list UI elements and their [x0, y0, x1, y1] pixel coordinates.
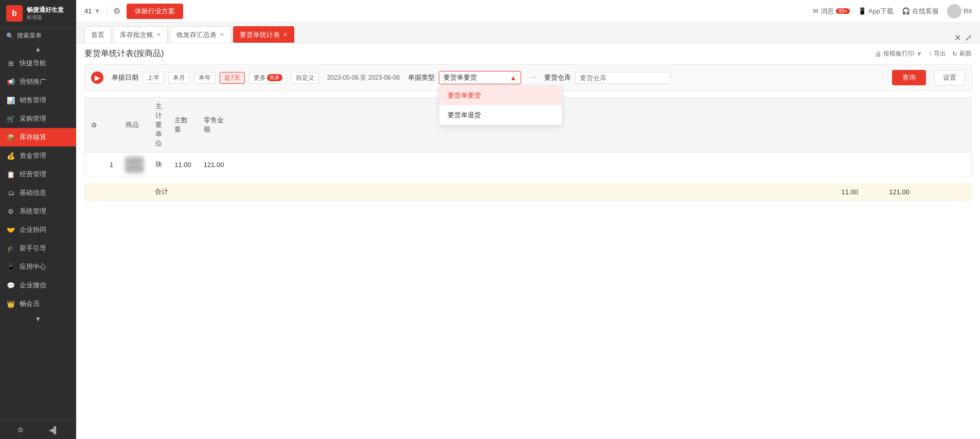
sidebar-item-xiaoshou[interactable]: 📊 销售管理: [0, 91, 76, 109]
tab-yaohuo[interactable]: 要货单统计表 ✕: [233, 26, 294, 43]
date-btn-jin7[interactable]: 近7天: [220, 72, 245, 84]
filter-expand-button[interactable]: ▶: [91, 71, 103, 84]
row-num: 1: [103, 153, 119, 177]
date-btn-gengduo[interactable]: 更多 热多: [249, 72, 287, 84]
table-row: 1 ████ ████ 块 11.00 121.00: [85, 153, 972, 177]
main-area: 41 ▼ ⚙ 体验行业方案 ✉ 消息 99+ 📱 App下载 🎧 在线客服 Ri…: [76, 0, 980, 439]
date-btn-benyue[interactable]: 本月: [168, 72, 190, 84]
settings-button[interactable]: 设置: [934, 70, 965, 85]
messages-button[interactable]: ✉ 消息 99+: [813, 7, 850, 16]
sidebar-item-caigou[interactable]: 🛒 采购管理: [0, 109, 76, 128]
page-actions: 🖨 按模板打印 ▼ ↑ 导出 ↻ 刷新: [875, 49, 972, 58]
mobile-icon: 📱: [858, 7, 866, 15]
dropdown-item-yaohuo[interactable]: 要货单要货: [439, 86, 562, 105]
jichu-icon: 🗂: [6, 188, 15, 197]
print-chevron-icon: ▼: [916, 50, 922, 58]
warehouse-input[interactable]: [575, 72, 671, 84]
sidebar-settings-icon[interactable]: ⚙: [17, 426, 24, 434]
message-badge: 99+: [836, 8, 850, 14]
doctype-input-wrapper: 要货单要货 ▲ 要货单要货 要货单退货: [439, 71, 521, 84]
page-content: 要货单统计表(按商品) 🖨 按模板打印 ▼ ↑ 导出 ↻ 刷新 ▶: [76, 43, 980, 439]
print-icon: 🖨: [875, 50, 881, 58]
sidebar-item-yingyong[interactable]: 📱 应用中心: [0, 258, 76, 276]
dropdown-item-tuihuo[interactable]: 要货单退货: [439, 105, 562, 125]
sidebar-item-xinshou[interactable]: 🎓 新手引导: [0, 239, 76, 258]
sidebar-bottom: ⚙ ◀▌: [0, 420, 76, 439]
topbar-divider: [106, 6, 107, 16]
company-chevron-icon: ▼: [94, 7, 100, 15]
tab-close-shoufahu[interactable]: ✕: [220, 31, 224, 38]
date-label: 单据日期: [112, 73, 138, 82]
logo-text: 畅捷通好生意 标准版: [27, 6, 64, 22]
tab-kucun-pi[interactable]: 库存批次账 ✕: [113, 26, 168, 43]
doctype-dropdown: 要货单要货 要货单退货: [439, 85, 562, 125]
yingyong-icon: 📱: [6, 262, 15, 271]
promo-button[interactable]: 体验行业方案: [127, 4, 183, 19]
sidebar-item-huiyuan[interactable]: 👑 畅会员: [0, 295, 76, 313]
tab-home[interactable]: 首页: [84, 26, 111, 43]
sidebar-search[interactable]: 🔍 搜索菜单: [0, 27, 76, 44]
tabbar: 首页 库存批次账 ✕ 收发存汇总表 ✕ 要货单统计表 ✕ ✕ ⤢: [76, 23, 980, 43]
filter-bar: ▶ 单据日期 上半 本月 本年 近7天 更多 热多 自定义 2023-05-06…: [84, 64, 972, 91]
sidebar-item-jingying[interactable]: 📋 经营管理: [0, 165, 76, 184]
sidebar-scroll-up[interactable]: ▲: [0, 44, 76, 54]
sidebar-item-zijin[interactable]: 💰 资金管理: [0, 147, 76, 165]
footer-label: 合计: [149, 187, 252, 196]
footer-quantity: 11.00: [811, 188, 862, 196]
date-range-display: 2023-05-06 至 2023-06-06: [327, 74, 400, 82]
sidebar-scroll-down[interactable]: ▼: [0, 314, 76, 324]
xiaoshou-icon: 📊: [6, 96, 15, 105]
qiye-icon: 🤝: [6, 225, 15, 234]
sidebar-item-xitong[interactable]: ⚙ 系统管理: [0, 202, 76, 221]
row-unit: 块: [149, 153, 168, 177]
tab-close-all[interactable]: ✕: [954, 33, 961, 43]
xinshou-icon: 🎓: [6, 244, 15, 253]
date-btn-shangban[interactable]: 上半: [142, 72, 164, 84]
sidebar-item-kuaijie[interactable]: ⊞ 快捷导航: [0, 54, 76, 72]
sidebar-menu-toggle[interactable]: ◀▌: [49, 426, 59, 434]
tab-shoufahu[interactable]: 收发存汇总表 ✕: [170, 26, 231, 43]
date-btn-bennian[interactable]: 本年: [194, 72, 216, 84]
sidebar-item-qiye[interactable]: 🤝 企业协同: [0, 221, 76, 239]
online-service-button[interactable]: 🎧 在线客服: [902, 7, 939, 16]
topbar-right: ✉ 消息 99+ 📱 App下载 🎧 在线客服 Rit: [813, 4, 972, 19]
query-button[interactable]: 查询: [892, 70, 926, 85]
app-download-button[interactable]: 📱 App下载: [858, 7, 894, 16]
th-product: 商品: [119, 98, 149, 153]
tab-actions: ✕ ⤢: [954, 33, 972, 43]
export-button[interactable]: ↑ 导出: [929, 49, 946, 58]
tab-close-kucun-pi[interactable]: ✕: [156, 31, 161, 38]
th-settings[interactable]: ⚙: [85, 98, 104, 153]
company-number: 41: [84, 7, 92, 15]
doctype-select[interactable]: 要货单要货 ▲: [439, 71, 521, 84]
tab-expand[interactable]: ⤢: [965, 33, 972, 43]
sidebar-item-jichu[interactable]: 🗂 基础信息: [0, 184, 76, 202]
user-avatar-area[interactable]: Rit: [947, 4, 972, 19]
warehouse-label: 要货仓库: [544, 73, 571, 82]
sidebar-item-yingxiao[interactable]: 📢 营销推广: [0, 72, 76, 91]
print-button[interactable]: 🖨 按模板打印 ▼: [875, 49, 922, 58]
kuaijie-icon: ⊞: [6, 59, 15, 68]
refresh-icon: ↻: [952, 50, 957, 58]
sidebar-item-weixin[interactable]: 💬 企业微信: [0, 276, 76, 295]
page-title: 要货单统计表(按商品): [84, 48, 164, 59]
headset-icon: 🎧: [902, 7, 910, 15]
export-icon: ↑: [929, 50, 932, 58]
tab-close-yaohuo[interactable]: ✕: [283, 31, 288, 38]
refresh-button[interactable]: ↻ 刷新: [952, 49, 972, 58]
table-footer: 合计 11.00 121.00: [84, 183, 972, 201]
kucun-icon: 📦: [6, 133, 15, 142]
xitong-icon: ⚙: [6, 207, 15, 216]
date-btn-zidingyi[interactable]: 自定义: [291, 72, 319, 84]
sidebar-logo: b 畅捷通好生意 标准版: [0, 0, 76, 27]
th-rownum: [103, 98, 119, 153]
sidebar: b 畅捷通好生意 标准版 🔍 搜索菜单 ▲ ⊞ 快捷导航 📢 营销推广 📊 销售…: [0, 0, 76, 439]
row-quantity: 11.00: [168, 153, 198, 177]
topbar-settings-icon[interactable]: ⚙: [113, 6, 120, 16]
more-filters-button[interactable]: ···: [529, 73, 536, 82]
topbar-company-selector[interactable]: 41 ▼: [84, 7, 100, 15]
zijin-icon: 💰: [6, 151, 15, 160]
sidebar-item-kucun[interactable]: 📦 库存核算: [0, 128, 76, 147]
jingying-icon: 📋: [6, 170, 15, 179]
avatar: [947, 4, 961, 19]
